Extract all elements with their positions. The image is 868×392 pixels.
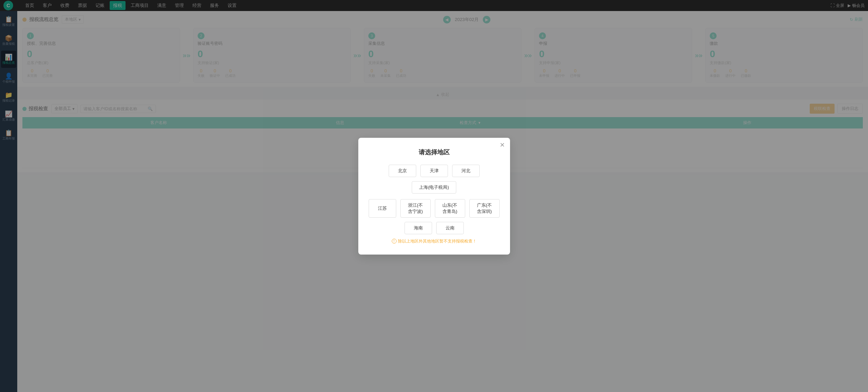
region-btn-天津[interactable]: 天津 xyxy=(420,165,448,177)
region-btn-河北[interactable]: 河北 xyxy=(452,165,480,177)
warning-icon: ! xyxy=(392,239,397,244)
region-grid-row2: 江苏浙江(不含宁波)山东(不含青岛)广东(不含深圳) xyxy=(369,199,500,218)
region-btn-北京[interactable]: 北京 xyxy=(389,165,416,177)
region-btn-云南[interactable]: 云南 xyxy=(436,222,464,234)
region-grid-row3: 海南云南 xyxy=(369,222,500,234)
region-btn-上海(电子税局)[interactable]: 上海(电子税局) xyxy=(412,181,456,194)
warning-text: ! 除以上地区外其他地区暂不支持报税检查！ xyxy=(369,238,500,244)
region-btn-山东(不含青岛)[interactable]: 山东(不含青岛) xyxy=(435,199,465,218)
modal-title: 请选择地区 xyxy=(369,148,500,156)
modal-close-btn[interactable]: ✕ xyxy=(500,142,505,148)
region-btn-浙江(不含宁波)[interactable]: 浙江(不含宁波) xyxy=(400,199,431,218)
region-btn-海南[interactable]: 海南 xyxy=(405,222,432,234)
region-btn-江苏[interactable]: 江苏 xyxy=(369,199,396,218)
region-btn-广东(不含深圳)[interactable]: 广东(不含深圳) xyxy=(469,199,500,218)
modal-overlay[interactable]: ✕ 请选择地区 北京天津河北上海(电子税局) 江苏浙江(不含宁波)山东(不含青岛… xyxy=(0,0,868,392)
region-grid-row1: 北京天津河北上海(电子税局) xyxy=(369,165,500,194)
warning-message: 除以上地区外其他地区暂不支持报税检查！ xyxy=(398,238,477,244)
region-select-modal: ✕ 请选择地区 北京天津河北上海(电子税局) 江苏浙江(不含宁波)山东(不含青岛… xyxy=(358,138,510,255)
